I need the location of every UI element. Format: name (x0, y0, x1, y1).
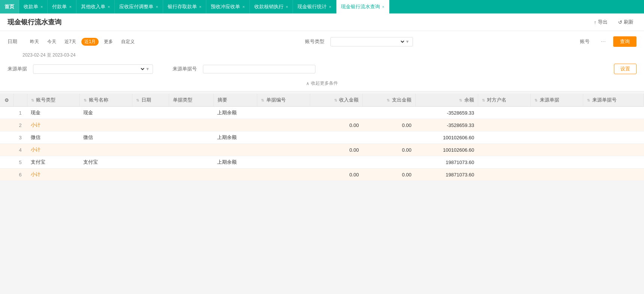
cell-source-doc-no (583, 119, 644, 131)
cell-doc-type (169, 156, 213, 169)
th-num (14, 94, 27, 107)
cell-num: 1 (14, 107, 27, 119)
cell-expense (363, 107, 415, 119)
nav-cash-bank-stat[interactable]: 现金银行统计 × (293, 0, 336, 13)
cell-doc-type (169, 119, 213, 131)
date-btn-more[interactable]: 更多 (101, 38, 116, 46)
data-table: ⚙ ⇅ 账号类型 ⇅ 账号名称 ⇅ 日期 单据类型 摘要 ⇅ (0, 94, 644, 181)
sort-icon-doc-no: ⇅ (261, 98, 264, 102)
nav-bank-deposit[interactable]: 银行存取款单 × (163, 0, 206, 13)
nav-cash-flow-query[interactable]: 现金银行流水查询 × (336, 0, 389, 13)
nav-prepaid-offset-close[interactable]: × (242, 4, 245, 9)
th-account-type[interactable]: ⇅ 账号类型 (27, 94, 80, 107)
sort-icon-source-doc: ⇅ (534, 98, 537, 102)
th-income[interactable]: ⇅ 收入金额 (310, 94, 362, 107)
cell-account-type: 现金 (27, 107, 80, 119)
nav-ar-ap-adjust-close[interactable]: × (156, 4, 158, 9)
nav-receipt-verify-close[interactable]: × (286, 4, 288, 9)
cell-date (132, 144, 169, 156)
nav-bank-deposit-close[interactable]: × (199, 4, 201, 9)
cell-account-name: 微信 (80, 131, 132, 144)
th-counterpart[interactable]: ⇅ 对方户名 (478, 94, 530, 107)
nav-other-income[interactable]: 其他收入单 × (77, 0, 115, 13)
cell-account-type: 小计 (27, 119, 80, 131)
source-doc-no-label: 来源单据号 (173, 66, 197, 72)
nav-payment-label: 付款单 (52, 3, 67, 10)
cell-counterpart (478, 169, 530, 181)
th-doc-no[interactable]: ⇅ 单据编号 (257, 94, 310, 107)
th-source-doc-no[interactable]: ⇅ 来源单据号 (583, 94, 644, 107)
account-no-label: 账号 (580, 38, 593, 45)
cell-summary: 上期余额 (213, 107, 257, 119)
cell-counterpart (478, 119, 530, 131)
date-btn-custom[interactable]: 自定义 (118, 38, 138, 46)
nav-payment-close[interactable]: × (69, 4, 71, 9)
cell-expense (363, 156, 415, 169)
nav-cash-flow-query-close[interactable]: × (382, 4, 384, 9)
nav-home[interactable]: 首页 (0, 0, 19, 13)
th-expense[interactable]: ⇅ 支出金额 (363, 94, 415, 107)
refresh-icon: ↺ (618, 19, 622, 25)
account-type-select-wrapper[interactable]: ▼ (330, 37, 413, 46)
refresh-button[interactable]: ↺ 刷新 (615, 17, 636, 27)
nav-other-income-close[interactable]: × (108, 4, 110, 9)
nav-receipt[interactable]: 收款单 × (19, 0, 48, 13)
cell-source-doc-no (583, 156, 644, 169)
table-row: 4 小计 0.00 0.00 100102606.60 (0, 144, 644, 156)
nav-payment[interactable]: 付款单 × (48, 0, 76, 13)
cell-doc-type (169, 107, 213, 119)
cell-gear (0, 119, 14, 131)
date-btn-yesterday[interactable]: 昨天 (27, 38, 42, 46)
cell-income: 0.00 (310, 144, 362, 156)
cell-income: 0.00 (310, 119, 362, 131)
export-icon: ↑ (594, 19, 597, 25)
page-title: 现金银行流水查询 (8, 18, 62, 27)
table-body: 1 现金 现金 上期余额 -3528659.33 2 小计 0.00 0.00 … (0, 107, 644, 181)
nav-ar-ap-adjust-label: 应收应付调整单 (119, 3, 153, 10)
th-account-name[interactable]: ⇅ 账号名称 (80, 94, 132, 107)
cell-doc-no (257, 169, 310, 181)
cell-doc-no (257, 131, 310, 144)
nav-prepaid-offset[interactable]: 预收冲应收单 × (206, 0, 249, 13)
nav-prepaid-offset-label: 预收冲应收单 (211, 3, 240, 10)
sort-icon-income: ⇅ (334, 98, 337, 102)
th-gear[interactable]: ⚙ (0, 94, 14, 107)
th-source-doc[interactable]: ⇅ 来源单据 (531, 94, 583, 107)
query-button[interactable]: 查询 (613, 36, 636, 47)
refresh-label: 刷新 (624, 19, 633, 25)
cell-source-doc-no (583, 131, 644, 144)
account-no-dots[interactable]: ··· (599, 38, 607, 45)
nav-ar-ap-adjust[interactable]: 应收应付调整单 × (115, 0, 163, 13)
date-range-text: 2023-02-24 至 2023-03-24 (23, 52, 75, 58)
source-doc-select-wrapper[interactable]: ▼ (33, 64, 153, 74)
account-type-select[interactable] (334, 39, 405, 45)
nav-receipt-close[interactable]: × (41, 4, 43, 9)
date-range-row: 2023-02-24 至 2023-03-24 (8, 52, 636, 58)
cell-counterpart (478, 107, 530, 119)
settings-button[interactable]: 设置 (614, 64, 636, 74)
cell-num: 4 (14, 144, 27, 156)
export-button[interactable]: ↑ 导出 (591, 17, 611, 27)
table-header-row: ⚙ ⇅ 账号类型 ⇅ 账号名称 ⇅ 日期 单据类型 摘要 ⇅ (0, 94, 644, 107)
filter-left: 日期 昨天 今天 近7天 近1月 更多 自定义 账号类型 ▼ (8, 36, 636, 78)
cell-balance: 19871073.60 (415, 156, 478, 169)
filter-row-1: 日期 昨天 今天 近7天 近1月 更多 自定义 账号类型 ▼ (8, 36, 636, 47)
collapse-bar[interactable]: ∧ 收起更多条件 (8, 78, 636, 87)
table-row: 1 现金 现金 上期余额 -3528659.33 (0, 107, 644, 119)
table-row: 6 小计 0.00 0.00 19871073.60 (0, 169, 644, 181)
nav-cash-bank-stat-close[interactable]: × (329, 4, 331, 9)
account-type-label: 账号类型 (305, 38, 324, 45)
th-balance[interactable]: ⇅ 余额 (415, 94, 478, 107)
source-doc-no-input[interactable] (203, 65, 315, 73)
cell-source-doc (531, 169, 583, 181)
date-btn-1month[interactable]: 近1月 (81, 38, 99, 46)
nav-receipt-verify-label: 收款核销执行 (254, 3, 284, 10)
cell-counterpart (478, 131, 530, 144)
date-btn-today[interactable]: 今天 (44, 38, 59, 46)
nav-receipt-verify[interactable]: 收款核销执行 × (250, 0, 293, 13)
th-date[interactable]: ⇅ 日期 (132, 94, 169, 107)
date-btn-7days[interactable]: 近7天 (62, 38, 79, 46)
source-doc-select[interactable] (36, 66, 146, 72)
cell-date (132, 107, 169, 119)
filter-area: 日期 昨天 今天 近7天 近1月 更多 自定义 账号类型 ▼ (0, 31, 644, 91)
